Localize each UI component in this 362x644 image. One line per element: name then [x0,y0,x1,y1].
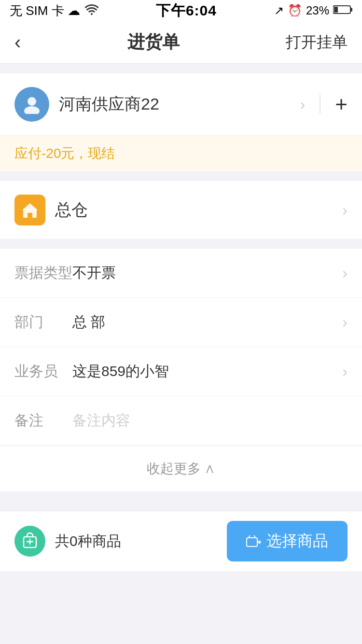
department-row[interactable]: 部门 总 部 › [0,298,362,347]
svg-rect-1 [350,8,352,12]
notice-text: 应付-20元，现结 [14,146,115,161]
divider [320,95,320,114]
wifi-icon [85,3,98,18]
supplier-row[interactable]: 河南供应商22 › + [0,73,362,136]
department-arrow-icon: › [342,313,348,331]
remark-placeholder[interactable]: 备注内容 [72,411,348,431]
nav-bar: ‹ 进货单 打开挂单 [0,21,362,64]
select-product-button[interactable]: 选择商品 [227,521,348,561]
status-bar: 无 SIM 卡 ☁ 下午6:04 ↗ ⏰ 23% [0,0,362,21]
salesperson-value: 这是859的小智 [72,362,342,381]
open-pending-button[interactable]: 打开挂单 [286,32,348,53]
collapse-row[interactable]: 收起更多 ∧ [0,446,362,491]
gap2 [0,171,362,181]
svg-rect-7 [28,213,32,218]
gap4 [0,491,362,501]
supplier-section: 河南供应商22 › + 应付-20元，现结 [0,73,362,171]
no-sim-label: 无 SIM 卡 ☁ [10,2,80,19]
invoice-type-arrow-icon: › [342,264,348,282]
invoice-type-value: 不开票 [72,263,342,283]
invoice-type-label: 票据类型 [14,263,72,283]
status-left: 无 SIM 卡 ☁ [10,2,98,19]
collapse-label: 收起更多 ∧ [147,461,216,476]
warehouse-section: 总仓 › [0,181,362,239]
status-right: ↗ ⏰ 23% [274,4,352,17]
warehouse-row[interactable]: 总仓 › [0,181,362,239]
add-supplier-button[interactable]: + [335,92,348,116]
warehouse-icon-wrap [14,195,45,225]
warehouse-name: 总仓 [55,199,342,221]
status-time: 下午6:04 [156,1,217,21]
location-icon: ↗ [274,4,284,17]
battery-icon [333,4,352,17]
select-product-icon [246,532,262,550]
invoice-type-row[interactable]: 票据类型 不开票 › [0,249,362,298]
form-section: 票据类型 不开票 › 部门 总 部 › 业务员 这是859的小智 › 备注 备注… [0,249,362,491]
gap3 [0,239,362,249]
remark-label: 备注 [14,411,72,431]
alarm-icon: ⏰ [288,4,302,17]
warehouse-arrow-icon: › [342,201,348,219]
supplier-arrow-icon: › [300,96,306,113]
svg-rect-11 [247,538,257,546]
salesperson-row[interactable]: 业务员 这是859的小智 › [0,347,362,396]
back-button[interactable]: ‹ [14,31,21,53]
gap1 [0,64,362,73]
page-title: 进货单 [127,30,180,54]
svg-rect-2 [334,7,338,13]
bottom-bar: 共0种商品 选择商品 [0,511,362,571]
notice-bar: 应付-20元，现结 [0,136,362,171]
product-count-label: 共0种商品 [55,532,227,551]
svg-point-4 [24,106,40,114]
battery-label: 23% [306,4,329,17]
salesperson-label: 业务员 [14,362,72,381]
product-icon-wrap [14,526,45,557]
svg-marker-6 [22,203,38,210]
supplier-name: 河南供应商22 [59,93,300,115]
remaining-bg [0,571,362,644]
department-label: 部门 [14,312,72,332]
supplier-avatar [14,87,49,122]
department-value: 总 部 [72,312,342,332]
salesperson-arrow-icon: › [342,363,348,380]
svg-point-3 [28,97,36,106]
select-product-label: 选择商品 [266,531,328,552]
remark-row: 备注 备注内容 [0,396,362,446]
